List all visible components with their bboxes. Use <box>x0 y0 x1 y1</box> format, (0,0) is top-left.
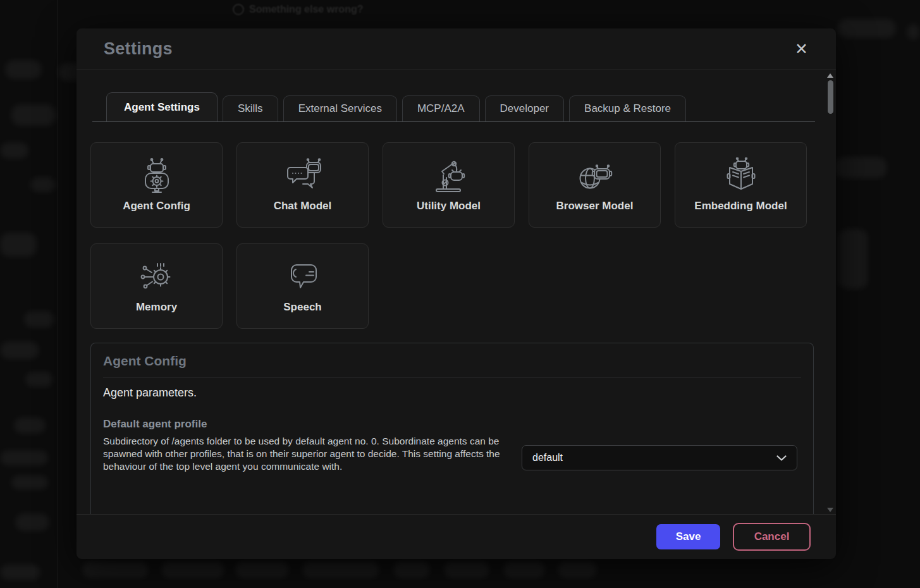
tab-backup-restore[interactable]: Backup & Restore <box>569 95 686 121</box>
card-label: Chat Model <box>274 200 332 212</box>
speech-bubble-icon <box>283 259 323 295</box>
tabs-underline <box>92 121 815 122</box>
background-message-text: Something else wrong? <box>249 4 363 15</box>
background-blur-item <box>907 24 920 40</box>
card-memory[interactable]: Memory <box>90 243 223 329</box>
agent-config-section: Agent Config Agent parameters. Default a… <box>90 343 814 514</box>
background-chip <box>393 561 430 578</box>
scroll-up-arrow-icon[interactable] <box>827 73 833 78</box>
sidebar-blur-item <box>0 341 39 359</box>
tab-mcp-a2a[interactable]: MCP/A2A <box>402 95 480 121</box>
background-chip <box>161 561 224 578</box>
sidebar-blur-item <box>0 233 37 257</box>
background-chip <box>503 561 545 578</box>
chat-bubbles-robot-icon <box>283 157 323 194</box>
tab-agent-settings[interactable]: Agent Settings <box>106 92 218 121</box>
robot-gear-monitor-icon <box>137 157 177 194</box>
app-screen: Something else wrong? Settings ✕ Agent S… <box>0 0 920 588</box>
sidebar-blur-item <box>0 565 40 580</box>
card-utility-model[interactable]: Utility Model <box>383 142 515 228</box>
section-divider <box>103 377 801 377</box>
modal-scrollbar <box>826 72 835 513</box>
section-title: Agent Config <box>103 353 801 369</box>
card-label: Speech <box>283 301 321 314</box>
card-speech[interactable]: Speech <box>236 243 369 329</box>
field-description: Subdirectory of /agents folder to be use… <box>103 435 513 473</box>
card-embedding-model[interactable]: Embedding Model <box>675 142 807 228</box>
robot-reading-book-icon <box>721 157 761 194</box>
background-blur-item <box>838 229 868 289</box>
tab-skills[interactable]: Skills <box>223 95 278 121</box>
close-icon[interactable]: ✕ <box>792 40 811 58</box>
card-chat-model[interactable]: Chat Model <box>236 142 369 228</box>
card-label: Agent Config <box>123 200 190 212</box>
robot-arm-icon <box>429 157 469 194</box>
select-value: default <box>532 452 563 463</box>
modal-title: Settings <box>104 39 173 59</box>
background-chip <box>302 561 379 578</box>
sidebar-blur-item <box>5 60 42 79</box>
cancel-button[interactable]: Cancel <box>733 523 811 551</box>
background-chip <box>82 561 149 578</box>
scrollbar-thumb[interactable] <box>828 80 833 114</box>
sidebar-blur-item <box>25 372 53 387</box>
card-label: Memory <box>136 301 177 314</box>
modal-header: Settings ✕ <box>77 28 836 70</box>
sidebar-blur-item <box>0 450 48 465</box>
default-agent-profile-select[interactable]: default <box>522 445 797 470</box>
sidebar-blur-item <box>11 104 56 126</box>
card-label: Utility Model <box>417 200 481 212</box>
tab-developer[interactable]: Developer <box>485 95 565 121</box>
card-label: Embedding Model <box>694 200 787 212</box>
background-chip <box>235 561 289 578</box>
sidebar-blur-item <box>24 311 54 328</box>
sidebar-blur-item <box>0 142 28 159</box>
globe-robot-icon <box>575 157 615 194</box>
status-dot-icon <box>233 4 244 15</box>
card-label: Browser Model <box>556 200 634 212</box>
sidebar-divider <box>57 0 58 588</box>
background-message: Something else wrong? <box>233 4 363 15</box>
card-agent-config[interactable]: Agent Config <box>90 142 223 228</box>
settings-card-grid: Agent Config Chat Model <box>90 142 822 329</box>
background-blur-item <box>838 19 896 38</box>
section-subtitle: Agent parameters. <box>103 386 801 400</box>
background-chip <box>558 561 597 578</box>
tab-external-services[interactable]: External Services <box>283 95 397 121</box>
circuit-gear-icon <box>137 259 177 295</box>
sidebar-blur-item <box>15 513 49 531</box>
scroll-down-arrow-icon[interactable] <box>827 508 833 512</box>
save-button[interactable]: Save <box>656 524 720 549</box>
tab-bar: Agent Settings Skills External Services … <box>106 92 686 121</box>
sidebar-blur-item <box>14 417 46 434</box>
sidebar-blur-item <box>11 475 48 489</box>
field-label: Default agent profile <box>103 418 801 431</box>
background-blur-item <box>835 157 886 178</box>
background-chip <box>444 561 489 578</box>
settings-modal: Settings ✕ Agent Settings Skills Externa… <box>77 28 836 559</box>
card-browser-model[interactable]: Browser Model <box>529 142 661 228</box>
modal-footer: Save Cancel <box>77 514 836 559</box>
chevron-down-icon <box>776 452 787 463</box>
sidebar-blur-item <box>30 177 56 192</box>
